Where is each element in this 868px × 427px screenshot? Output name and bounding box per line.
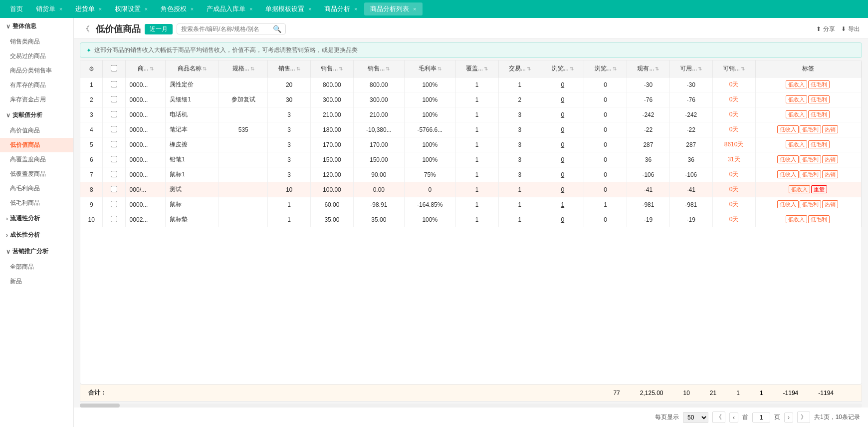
- sidebar-item-traded[interactable]: 交易过的商品: [0, 49, 73, 63]
- col-name[interactable]: 商品名称⇅: [166, 60, 219, 77]
- nav-home[interactable]: 首页: [4, 2, 29, 15]
- col-checkbox[interactable]: [103, 60, 125, 77]
- nav-perm[interactable]: 权限设置 ×: [109, 2, 154, 15]
- per-page-select[interactable]: 50 100 200: [683, 412, 708, 423]
- sidebar-item-stock-products[interactable]: 有库存的商品: [0, 78, 73, 92]
- col-trade[interactable]: 交易...⇅: [498, 60, 541, 77]
- row-stock1: -41: [627, 182, 670, 197]
- col-code[interactable]: 商...⇅: [125, 60, 166, 77]
- search-icon[interactable]: 🔍: [273, 25, 281, 33]
- row-stock2: -30: [669, 77, 712, 92]
- sidebar-item-all-products[interactable]: 全部商品: [0, 260, 73, 274]
- row-checkbox[interactable]: [103, 167, 125, 182]
- nav-purchase[interactable]: 进货单 ×: [69, 2, 108, 15]
- sidebar-group-overall[interactable]: ∨ 整体信息: [0, 18, 73, 34]
- nav-product-inbound[interactable]: 产成品入库单 ×: [201, 2, 258, 15]
- row-s1: 30: [268, 92, 311, 107]
- row-select[interactable]: [111, 186, 117, 192]
- col-gear[interactable]: ⚙: [80, 60, 103, 77]
- row-s1: 3: [268, 107, 311, 122]
- col-view1[interactable]: 浏览...⇅: [541, 60, 584, 77]
- search-input[interactable]: [181, 25, 271, 32]
- row-view2: 0: [584, 152, 627, 167]
- nav-perm-close[interactable]: ×: [145, 6, 148, 12]
- col-spec[interactable]: 规格...⇅: [219, 60, 268, 77]
- nav-analysis-list-close[interactable]: ×: [413, 6, 416, 12]
- tag-热销: 热销: [822, 155, 838, 163]
- nav-product-close[interactable]: ×: [249, 6, 252, 12]
- row-checkbox[interactable]: [103, 122, 125, 137]
- col-cov[interactable]: 覆盖...⇅: [455, 60, 498, 77]
- sidebar-item-low-coverage[interactable]: 低覆盖度商品: [0, 167, 73, 181]
- horizontal-scrollbar[interactable]: [80, 404, 862, 408]
- row-checkbox[interactable]: [103, 92, 125, 107]
- row-select[interactable]: [111, 201, 117, 207]
- nav-purchase-close[interactable]: ×: [99, 6, 102, 12]
- row-select[interactable]: [111, 171, 117, 177]
- row-select[interactable]: [111, 81, 117, 87]
- row-stock2: -106: [669, 167, 712, 182]
- sidebar-group-liquidity[interactable]: › 流通性分析: [0, 210, 73, 227]
- row-checkbox[interactable]: [103, 107, 125, 122]
- sidebar-group-growth[interactable]: › 成长性分析: [0, 227, 73, 243]
- row-checkbox[interactable]: [103, 197, 125, 212]
- share-button[interactable]: ⬆ 分享: [816, 25, 835, 33]
- nav-sales-close[interactable]: ×: [59, 6, 62, 12]
- nav-role-close[interactable]: ×: [191, 6, 194, 12]
- first-page-btn[interactable]: 《: [712, 412, 725, 423]
- export-button[interactable]: ⬇ 导出: [841, 25, 860, 33]
- nav-sales[interactable]: 销货单 ×: [30, 2, 68, 15]
- select-all-checkbox[interactable]: [111, 65, 117, 71]
- row-no: 8: [80, 182, 103, 197]
- row-select[interactable]: [111, 141, 117, 147]
- col-s1[interactable]: 销售...⇅: [268, 60, 311, 77]
- sidebar-item-sales-products[interactable]: 销售类商品: [0, 34, 73, 49]
- sidebar-item-high-margin[interactable]: 高毛利商品: [0, 181, 73, 196]
- nav-analysis-close[interactable]: ×: [354, 6, 357, 12]
- row-checkbox[interactable]: [103, 182, 125, 197]
- col-view2[interactable]: 浏览...⇅: [584, 60, 627, 77]
- row-stock2: -19: [669, 212, 712, 227]
- sidebar-item-category-rate[interactable]: 商品分类销售率: [0, 63, 73, 78]
- sidebar-item-low-value[interactable]: 低价值商品: [0, 138, 73, 152]
- row-select[interactable]: [111, 126, 117, 132]
- sidebar-item-new-products[interactable]: 新品: [0, 274, 73, 289]
- sidebar-item-high-value[interactable]: 高价值商品: [0, 123, 73, 138]
- table-container[interactable]: ⚙ 商...⇅ 商品名称⇅ 规格...⇅ 销售...⇅ 销售...⇅ 销售...…: [80, 60, 862, 385]
- nav-template[interactable]: 单据模板设置 ×: [259, 2, 317, 15]
- sidebar-item-high-coverage[interactable]: 高覆盖度商品: [0, 152, 73, 167]
- nav-template-close[interactable]: ×: [308, 6, 311, 12]
- scrollbar-thumb[interactable]: [80, 404, 120, 408]
- period-button[interactable]: 近一月: [145, 24, 173, 34]
- row-name: 鼠标1: [166, 167, 219, 182]
- sidebar-item-low-margin[interactable]: 低毛利商品: [0, 196, 73, 210]
- row-s1: 20: [268, 77, 311, 92]
- nav-role[interactable]: 角色授权 ×: [155, 2, 200, 15]
- sidebar-group-contribution[interactable]: ∨ 贡献值分析: [0, 107, 73, 123]
- last-page-btn[interactable]: 》: [797, 412, 810, 423]
- collapse-sidebar-btn[interactable]: 《: [82, 24, 90, 34]
- nav-analysis[interactable]: 商品分析 ×: [318, 2, 363, 15]
- row-checkbox[interactable]: [103, 137, 125, 152]
- next-page-btn[interactable]: ›: [784, 413, 793, 423]
- col-s2[interactable]: 销售...⇅: [311, 60, 354, 77]
- row-checkbox[interactable]: [103, 152, 125, 167]
- row-select[interactable]: [111, 111, 117, 117]
- page-input[interactable]: [752, 413, 770, 423]
- col-tags[interactable]: 标签: [755, 60, 861, 77]
- row-checkbox[interactable]: [103, 212, 125, 227]
- row-checkbox[interactable]: [103, 77, 125, 92]
- row-select[interactable]: [111, 156, 117, 162]
- row-select[interactable]: [111, 216, 117, 222]
- col-stock1[interactable]: 现有...⇅: [627, 60, 670, 77]
- row-select[interactable]: [111, 96, 117, 102]
- prev-page-btn[interactable]: ‹: [729, 413, 738, 423]
- col-rate[interactable]: 毛利率⇅: [404, 60, 455, 77]
- sidebar-item-capital[interactable]: 库存资金占用: [0, 92, 73, 107]
- col-s3[interactable]: 销售...⇅: [353, 60, 404, 77]
- row-tags: 低收入低毛利: [755, 212, 861, 227]
- sidebar-group-marketing[interactable]: ∨ 营销推广分析: [0, 243, 73, 260]
- col-stock3[interactable]: 可销...⇅: [712, 60, 755, 77]
- nav-analysis-list[interactable]: 商品分析列表 ×: [364, 2, 422, 15]
- col-stock2[interactable]: 可用...⇅: [669, 60, 712, 77]
